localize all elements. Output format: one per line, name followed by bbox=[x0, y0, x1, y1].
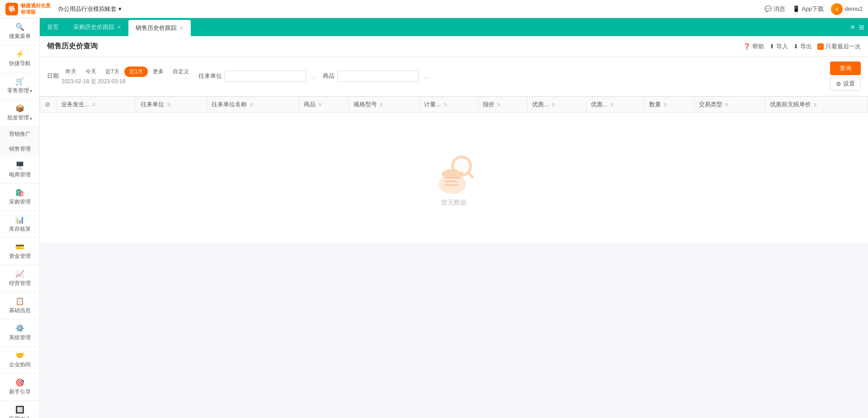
goods-filter: 商品 ... bbox=[323, 71, 430, 82]
sidebar-item-purchase[interactable]: 🛍️ 采购管理 bbox=[0, 184, 39, 211]
tab-maximize-button[interactable]: ⊞ bbox=[859, 24, 864, 31]
sidebar-item-sales[interactable]: 销售管理 bbox=[0, 142, 39, 157]
tab-home[interactable]: 首页 bbox=[40, 18, 66, 36]
page-header: 销售历史价查询 ❓ 帮助 ⬆ 导入 ⬇ 导出 bbox=[40, 36, 868, 57]
date-custom[interactable]: 自定义 bbox=[169, 66, 193, 77]
goods-picker[interactable]: ... bbox=[421, 71, 430, 81]
column-trade-type[interactable]: 交易类型 ⇅ bbox=[694, 97, 765, 113]
sort-icon-goods: ⇅ bbox=[318, 102, 322, 107]
page-content: 销售历史价查询 ❓ 帮助 ⬆ 导入 ⬇ 导出 bbox=[40, 36, 868, 418]
sort-icon-unit: ⇅ bbox=[443, 102, 447, 107]
system-icon: ⚙️ bbox=[2, 324, 38, 332]
sidebar-item-finance[interactable]: 💳 资金管理 bbox=[0, 238, 39, 265]
chevron-down-icon: ▾ bbox=[118, 5, 122, 12]
sidebar-item-ecommerce[interactable]: 🖥️ 电商管理 bbox=[0, 157, 39, 184]
checkbox-icon: ✓ bbox=[817, 43, 824, 50]
sidebar-item-wholesale[interactable]: 📦 批发管理 ▴ bbox=[0, 100, 39, 127]
counterpart-label: 往来单位 bbox=[198, 72, 222, 80]
user-menu[interactable]: d demo2 bbox=[831, 3, 863, 15]
date-filter-group: 日期 昨天 今天 近7天 近1月 更多 自定义 2023-02-18 至 202… bbox=[47, 66, 193, 86]
svg-point-9 bbox=[457, 162, 461, 165]
column-quantity[interactable]: 数量 ⇅ bbox=[645, 97, 694, 113]
goods-input[interactable] bbox=[337, 71, 419, 82]
filter-area: 日期 昨天 今天 近7天 近1月 更多 自定义 2023-02-18 至 202… bbox=[40, 57, 868, 96]
date-yesterday[interactable]: 昨天 bbox=[61, 66, 80, 77]
main-layout: 🔍 搜索菜单 ⚡ 快捷导航 🛒 零售管理 ▾ 📦 批发管理 ▴ 营销推广 销售管… bbox=[0, 18, 868, 418]
topbar-left: 畅 畅捷通好生意 标准版 办公用品行业模拟账套 ▾ bbox=[5, 3, 125, 15]
sort-icon-discount1: ⇅ bbox=[552, 102, 555, 107]
sort-icon-quantity: ⇅ bbox=[664, 102, 667, 107]
topbar: 畅 畅捷通好生意 标准版 办公用品行业模拟账套 ▾ 💬 消息 📱 App下载 d… bbox=[0, 0, 868, 18]
tab-close-sales[interactable]: ✕ bbox=[179, 25, 184, 31]
sidebar-item-apps[interactable]: 🔲 应用中心 bbox=[0, 401, 39, 418]
sidebar: 🔍 搜索菜单 ⚡ 快捷导航 🛒 零售管理 ▾ 📦 批发管理 ▴ 营销推广 销售管… bbox=[0, 18, 40, 418]
sort-icon-spec: ⇅ bbox=[379, 102, 383, 107]
page-actions: ❓ 帮助 ⬆ 导入 ⬇ 导出 ✓ 只看最后一次 bbox=[743, 43, 861, 51]
column-counterpart-name[interactable]: 往来单位名称 ⇅ bbox=[207, 97, 299, 113]
ecommerce-icon: 🖥️ bbox=[2, 161, 38, 170]
avatar: d bbox=[831, 3, 843, 15]
goods-label: 商品 bbox=[323, 72, 335, 80]
sidebar-item-inventory[interactable]: 📊 库存核算 bbox=[0, 211, 39, 238]
apps-icon: 🔲 bbox=[2, 405, 38, 414]
date-today[interactable]: 今天 bbox=[81, 66, 100, 77]
date-buttons: 昨天 今天 近7天 近1月 更多 自定义 bbox=[61, 66, 193, 77]
column-discount2[interactable]: 优惠... ⇅ bbox=[586, 97, 644, 113]
date-7days[interactable]: 近7天 bbox=[101, 66, 123, 77]
sidebar-item-marketing[interactable]: 营销推广 bbox=[0, 127, 39, 142]
date-label: 日期 bbox=[47, 72, 59, 80]
sort-icon-discount2: ⇅ bbox=[610, 102, 613, 107]
counterpart-input[interactable] bbox=[225, 71, 306, 82]
export-button[interactable]: ⬇ 导出 bbox=[793, 43, 812, 51]
settings-button[interactable]: ⚙ 设置 bbox=[830, 77, 861, 90]
data-table: ⚙ 业务发生... ⇅ 往来单位 ⇅ 往来单位名称 bbox=[40, 96, 868, 243]
column-quoted-price[interactable]: 报价 ⇅ bbox=[478, 97, 528, 113]
help-button[interactable]: ❓ 帮助 bbox=[743, 43, 764, 51]
sort-icon-counterpart-code: ⇅ bbox=[167, 102, 170, 107]
column-pre-tax-price[interactable]: 优惠前无税单价 ⇅ bbox=[765, 97, 868, 113]
message-button[interactable]: 💬 消息 bbox=[764, 5, 785, 13]
sort-icon-trade-type: ⇅ bbox=[725, 102, 728, 107]
tab-close-all-button[interactable]: ✕ bbox=[850, 24, 855, 31]
app-selector[interactable]: 办公用品行业模拟账套 ▾ bbox=[54, 3, 125, 15]
sidebar-item-guide[interactable]: 🎯 新手引导 bbox=[0, 374, 39, 401]
tab-sales-history[interactable]: 销售历史价跟踪 ✕ bbox=[128, 20, 191, 36]
tab-purchase-history[interactable]: 采购历史价跟踪 ✕ bbox=[66, 18, 128, 36]
column-counterpart-code[interactable]: 往来单位 ⇅ bbox=[136, 97, 207, 113]
query-button[interactable]: 查询 bbox=[830, 62, 861, 75]
column-unit[interactable]: 计量... ⇅ bbox=[420, 97, 478, 113]
export-icon: ⬇ bbox=[793, 43, 798, 50]
cooperation-icon: 🤝 bbox=[2, 351, 38, 360]
sidebar-item-retail[interactable]: 🛒 零售管理 ▾ bbox=[0, 72, 39, 100]
import-button[interactable]: ⬆ 导入 bbox=[769, 43, 788, 51]
topbar-right: 💬 消息 📱 App下载 d demo2 bbox=[764, 3, 863, 15]
date-1month[interactable]: 近1月 bbox=[124, 66, 148, 77]
column-gear: ⚙ bbox=[40, 97, 57, 113]
sort-icon-quoted-price: ⇅ bbox=[497, 102, 500, 107]
date-more[interactable]: 更多 bbox=[149, 66, 168, 77]
column-spec[interactable]: 规格型号 ⇅ bbox=[349, 97, 420, 113]
svg-point-7 bbox=[455, 160, 468, 172]
sort-icon-counterpart-name: ⇅ bbox=[250, 102, 253, 107]
column-goods[interactable]: 商品 ⇅ bbox=[299, 97, 349, 113]
tab-bar: 首页 采购历史价跟踪 ✕ 销售历史价跟踪 ✕ ✕ ⊞ bbox=[40, 18, 868, 36]
column-discount1[interactable]: 优惠... ⇅ bbox=[528, 97, 586, 113]
svg-line-8 bbox=[468, 172, 472, 177]
sidebar-item-operations[interactable]: 📈 经营管理 bbox=[0, 265, 39, 292]
table-gear-icon[interactable]: ⚙ bbox=[45, 101, 51, 108]
only-last-checkbox[interactable]: ✓ 只看最后一次 bbox=[817, 43, 861, 51]
column-biz-date[interactable]: 业务发生... ⇅ bbox=[57, 97, 136, 113]
sidebar-item-quick-nav[interactable]: ⚡ 快捷导航 bbox=[0, 45, 39, 72]
counterpart-picker[interactable]: ... bbox=[309, 71, 317, 81]
wholesale-icon: 📦 bbox=[2, 104, 38, 113]
sidebar-item-system[interactable]: ⚙️ 系统管理 bbox=[0, 319, 39, 347]
inventory-icon: 📊 bbox=[2, 215, 38, 224]
sidebar-item-cooperation[interactable]: 🤝 企业协同 bbox=[0, 347, 39, 374]
app-download-button[interactable]: 📱 App下载 bbox=[793, 5, 824, 13]
date-filter-block: 昨天 今天 近7天 近1月 更多 自定义 2023-02-18 至 2023-0… bbox=[61, 66, 193, 86]
tab-close-purchase[interactable]: ✕ bbox=[117, 24, 121, 30]
counterpart-filter: 往来单位 ... bbox=[198, 71, 317, 82]
sidebar-item-basic[interactable]: 📋 基础信息 bbox=[0, 292, 39, 319]
empty-text: 暂无数据 bbox=[441, 199, 467, 207]
sidebar-item-search-menu[interactable]: 🔍 搜索菜单 bbox=[0, 18, 39, 45]
